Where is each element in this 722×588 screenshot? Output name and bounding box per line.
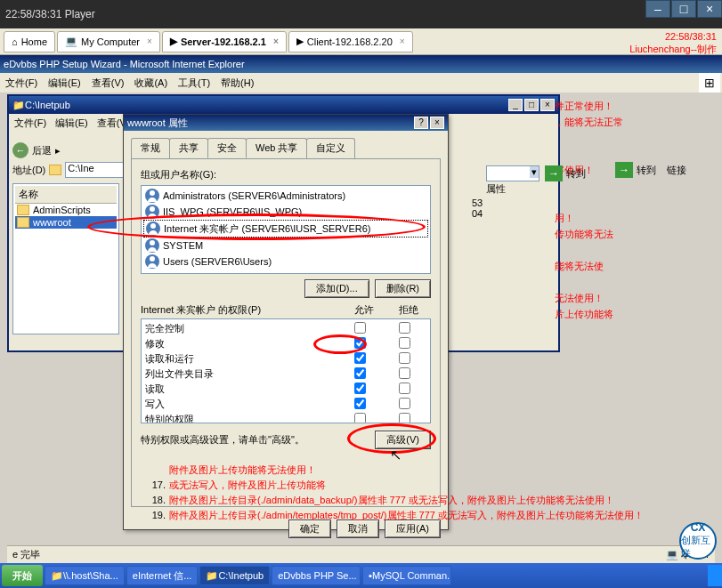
perm-name: 读取和运行 (145, 352, 337, 366)
tab-security[interactable]: 安全 (207, 138, 247, 158)
column-name[interactable]: 名称 (15, 186, 117, 204)
deny-checkbox[interactable] (399, 413, 410, 423)
menu-file[interactable]: 文件(F) (5, 77, 37, 90)
window-controls: _ □ × (508, 99, 555, 111)
permissions-list[interactable]: 完全控制修改读取和运行列出文件夹目录读取写入特别的权限 (141, 318, 431, 423)
permission-row: 特别的权限 (145, 412, 426, 423)
start-button[interactable]: 开始 (2, 565, 43, 586)
list-item[interactable]: Internet 来宾帐户 (SERVER6\IUSR_SERVER6) (143, 220, 428, 238)
tab-sharing[interactable]: 共享 (169, 138, 208, 158)
remove-button[interactable]: 删除(R) (375, 279, 431, 298)
group-icon (145, 254, 159, 269)
user-list[interactable]: Administrators (SERVER6\Administrators) … (141, 185, 431, 274)
vmware-title: 22:58/38:31 Player (5, 8, 95, 20)
menu-file[interactable]: 文件(F) (14, 117, 46, 130)
permission-row: 修改 (145, 336, 426, 351)
allow-checkbox[interactable] (354, 413, 366, 423)
vmware-titlebar: 22:58/38:31 Player – □ × (0, 0, 722, 28)
deny-checkbox[interactable] (399, 398, 410, 409)
deny-checkbox[interactable] (399, 367, 410, 379)
help-button[interactable]: ? (414, 117, 428, 129)
folder-icon (17, 217, 29, 228)
task-item[interactable]: eInternet 信... (126, 566, 199, 585)
close-icon[interactable]: × (400, 36, 405, 46)
close-icon[interactable]: × (273, 36, 279, 46)
allow-checkbox[interactable] (354, 352, 366, 364)
menu-favorites[interactable]: 收藏(A) (134, 77, 167, 90)
address-input[interactable]: C:\Ine (65, 162, 127, 178)
back-button[interactable]: ← (12, 142, 28, 158)
task-item[interactable]: eDvbbs PHP Se... (272, 566, 361, 585)
file-list[interactable]: 名称 AdminScripts wwwroot (12, 183, 119, 334)
task-item[interactable]: 📁\\.host\Sha... (45, 566, 125, 585)
add-button[interactable]: 添加(D)... (304, 279, 369, 298)
task-item[interactable]: ▪MySQL Comman... (362, 566, 451, 585)
folder-icon (17, 205, 29, 215)
deny-checkbox[interactable] (399, 337, 410, 349)
maximize-button[interactable]: □ (671, 0, 696, 18)
maximize-button[interactable]: □ (524, 99, 539, 111)
windows-flag-icon: ⊞ (699, 73, 720, 93)
tab-server[interactable]: ▶Server-192.168.2.1× (162, 31, 287, 52)
go-button[interactable]: → (545, 165, 563, 181)
vm-icon: ▶ (296, 36, 304, 47)
vmware-tabs: ⌂Home 💻My Computer× ▶Server-192.168.2.1×… (0, 28, 722, 55)
explorer-toolbar: ← 后退 ▸ (12, 142, 61, 158)
overlay-text: 22:58/38:31 Liuchenchang--制作 (629, 30, 717, 55)
advanced-button[interactable]: 高级(V) (375, 431, 431, 449)
list-item[interactable]: SYSTEM (143, 238, 428, 254)
allow-checkbox[interactable] (354, 367, 366, 379)
tab-home[interactable]: ⌂Home (4, 31, 55, 52)
list-item[interactable]: IIS_WPG (SERVER6\IIS_WPG) (143, 204, 428, 220)
list-item[interactable]: Administrators (SERVER6\Administrators) (143, 188, 428, 204)
list-item[interactable]: Users (SERVER6\Users) (143, 254, 428, 270)
allow-header: 允许 (342, 303, 386, 317)
perm-name: 完全控制 (145, 322, 337, 335)
system-tray[interactable] (708, 565, 722, 586)
menu-edit[interactable]: 编辑(E) (48, 77, 81, 90)
close-button[interactable]: × (697, 0, 722, 18)
minimize-button[interactable]: – (645, 0, 670, 18)
dialog-titlebar[interactable]: wwwroot 属性 ? × (124, 115, 448, 131)
ie-icon: e (12, 549, 20, 560)
background-text: 件正常使用！，能将无法正常 容使用！ 用！传功能将无法 能将无法使 无法使用！片… (555, 98, 715, 322)
tab-general[interactable]: 常规 (131, 138, 170, 158)
minimize-button[interactable]: _ (508, 99, 523, 111)
deny-checkbox[interactable] (399, 352, 410, 364)
deny-header: 拒绝 (386, 303, 431, 317)
list-item[interactable]: wwwroot (15, 216, 117, 229)
tab-custom[interactable]: 自定义 (306, 138, 355, 158)
tab-client[interactable]: ▶Client-192.168.2.20× (288, 31, 413, 52)
menu-help[interactable]: 帮助(H) (221, 77, 254, 90)
menu-view[interactable]: 查看(V) (92, 77, 125, 90)
tab-websharing[interactable]: Web 共享 (246, 138, 307, 158)
list-item[interactable]: AdminScripts (15, 204, 117, 216)
task-item[interactable]: 📁C:\Inetpub (199, 566, 270, 585)
close-button[interactable]: × (430, 117, 444, 129)
close-icon[interactable]: × (147, 36, 152, 46)
user-icon (146, 222, 160, 236)
perm-name: 特别的权限 (145, 413, 337, 423)
permission-row: 读取 (145, 382, 426, 397)
tab-mycomputer[interactable]: 💻My Computer× (57, 31, 160, 52)
allow-checkbox[interactable] (354, 337, 366, 349)
group-label: 组或用户名称(G): (141, 168, 431, 181)
explorer-titlebar[interactable]: 📁 C:\Inetpub _ □ × (9, 96, 558, 114)
folder-icon: 📁 (51, 570, 63, 582)
allow-checkbox[interactable] (354, 383, 366, 394)
allow-checkbox[interactable] (354, 322, 366, 334)
close-button[interactable]: × (540, 99, 555, 111)
deny-checkbox[interactable] (399, 383, 410, 394)
computer-icon: 💻 (65, 36, 77, 47)
allow-checkbox[interactable] (354, 398, 366, 409)
menu-tools[interactable]: 工具(T) (178, 77, 210, 90)
dropdown[interactable]: ▾ (486, 165, 539, 181)
deny-checkbox[interactable] (399, 322, 410, 334)
group-icon (145, 189, 159, 203)
permissions-box: Internet 来宾帐户 的权限(P) 允许 拒绝 完全控制修改读取和运行列出… (141, 303, 431, 423)
menu-edit[interactable]: 编辑(E) (55, 117, 88, 130)
folder-icon (49, 165, 61, 175)
forward-button[interactable]: ▸ (55, 145, 61, 157)
perm-name: 列出文件夹目录 (145, 367, 337, 381)
column-attr: 属性 (486, 182, 506, 196)
